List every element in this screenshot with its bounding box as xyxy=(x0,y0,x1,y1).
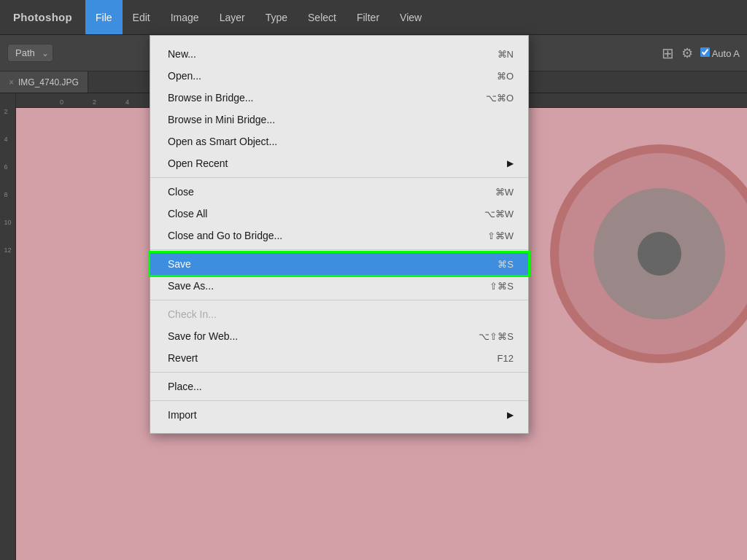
gear-icon[interactable]: ⚙ xyxy=(681,45,693,61)
menu-item-close[interactable]: Close ⌘W xyxy=(150,181,528,203)
menu-group-2: Close ⌘W Close All ⌥⌘W Close and Go to B… xyxy=(150,178,528,250)
menu-item-browse-bridge-shortcut: ⌥⌘O xyxy=(486,93,514,104)
menu-group-1: New... ⌘N Open... ⌘O Browse in Bridge...… xyxy=(150,40,528,178)
layers-icon[interactable]: ⊞ xyxy=(662,44,674,62)
tab-filename: IMG_4740.JPG xyxy=(18,77,79,88)
menu-group-4: Check In... Save for Web... ⌥⇧⌘S Revert … xyxy=(150,300,528,373)
import-arrow-icon: ▶ xyxy=(507,410,514,420)
menu-item-open-label: Open... xyxy=(168,70,201,82)
menu-item-save-web[interactable]: Save for Web... ⌥⇧⌘S xyxy=(150,325,528,347)
menu-item-open-recent-label: Open Recent xyxy=(168,158,228,169)
file-dropdown-menu: New... ⌘N Open... ⌘O Browse in Bridge...… xyxy=(150,35,529,434)
menu-item-close-bridge-label: Close and Go to Bridge... xyxy=(168,230,282,241)
menu-item-revert-label: Revert xyxy=(168,352,198,364)
menu-item-open-shortcut: ⌘O xyxy=(497,71,514,82)
menu-item-new[interactable]: New... ⌘N xyxy=(150,43,528,65)
menu-items: File Edit Image Layer Type Select Filter… xyxy=(85,0,432,34)
save-wrapper: Save ⌘S xyxy=(150,253,528,275)
menu-item-close-bridge[interactable]: Close and Go to Bridge... ⇧⌘W xyxy=(150,225,528,246)
auto-label: Auto A xyxy=(700,47,740,59)
menu-item-check-in-label: Check In... xyxy=(168,308,217,320)
menu-item-revert[interactable]: Revert F12 xyxy=(150,347,528,369)
menu-item-open-recent[interactable]: Open Recent ▶ xyxy=(150,152,528,174)
path-dropdown[interactable]: Path xyxy=(7,44,53,62)
menu-item-place[interactable]: Place... xyxy=(150,376,528,397)
tab-close-icon[interactable]: × xyxy=(9,77,14,88)
app-name: Photoshop xyxy=(0,11,85,23)
menu-item-layer[interactable]: Layer xyxy=(209,0,255,34)
menu-item-image[interactable]: Image xyxy=(160,0,209,34)
menu-item-view[interactable]: View xyxy=(390,0,432,34)
menu-item-new-label: New... xyxy=(168,48,196,60)
menu-item-save-as-label: Save As... xyxy=(168,280,214,292)
menu-item-browse-bridge[interactable]: Browse in Bridge... ⌥⌘O xyxy=(150,87,528,109)
menu-item-close-label: Close xyxy=(168,186,194,198)
tab-img4740[interactable]: × IMG_4740.JPG xyxy=(0,71,88,93)
open-recent-arrow-icon: ▶ xyxy=(507,158,514,168)
menu-item-open[interactable]: Open... ⌘O xyxy=(150,65,528,87)
menu-item-new-shortcut: ⌘N xyxy=(498,49,514,60)
menu-item-save[interactable]: Save ⌘S xyxy=(150,253,528,275)
menu-item-filter[interactable]: Filter xyxy=(347,0,390,34)
menu-item-close-all-shortcut: ⌥⌘W xyxy=(484,209,514,219)
menu-item-save-as-shortcut: ⇧⌘S xyxy=(489,281,514,292)
menu-item-place-label: Place... xyxy=(168,381,202,392)
menu-group-5: Place... xyxy=(150,373,528,401)
path-dropdown-wrap[interactable]: Path xyxy=(7,44,53,62)
menu-item-close-all[interactable]: Close All ⌥⌘W xyxy=(150,203,528,225)
menu-item-import-label: Import xyxy=(168,409,197,421)
canvas-circle-dot xyxy=(638,232,681,276)
menu-item-browse-bridge-label: Browse in Bridge... xyxy=(168,92,254,104)
menu-item-type[interactable]: Type xyxy=(255,0,298,34)
menu-item-revert-shortcut: F12 xyxy=(498,353,514,364)
auto-checkbox[interactable] xyxy=(700,47,710,57)
ruler-left: 2 4 6 8 10 12 xyxy=(0,93,16,560)
toolbar-icons: ⊞ ⚙ Auto A xyxy=(662,44,740,62)
menu-item-browse-mini[interactable]: Browse in Mini Bridge... xyxy=(150,109,528,131)
menu-item-save-as[interactable]: Save As... ⇧⌘S xyxy=(150,275,528,297)
menu-item-file[interactable]: File xyxy=(85,0,123,34)
menu-item-open-smart[interactable]: Open as Smart Object... xyxy=(150,131,528,152)
menu-item-close-shortcut: ⌘W xyxy=(495,187,514,198)
menu-item-browse-mini-label: Browse in Mini Bridge... xyxy=(168,114,275,125)
menu-item-import[interactable]: Import ▶ xyxy=(150,404,528,426)
menu-item-open-smart-label: Open as Smart Object... xyxy=(168,136,277,147)
menubar: Photoshop File Edit Image Layer Type Sel… xyxy=(0,0,747,35)
menu-group-6: Import ▶ xyxy=(150,401,528,429)
menu-item-save-web-label: Save for Web... xyxy=(168,330,238,342)
menu-item-close-all-label: Close All xyxy=(168,208,207,219)
menu-item-save-label: Save xyxy=(168,258,191,270)
menu-item-edit[interactable]: Edit xyxy=(123,0,160,34)
menu-item-select[interactable]: Select xyxy=(298,0,347,34)
menu-item-save-web-shortcut: ⌥⇧⌘S xyxy=(479,331,514,342)
menu-group-3: Save ⌘S Save As... ⇧⌘S xyxy=(150,250,528,300)
ruler-v-numbers: 2 4 6 8 10 12 xyxy=(4,108,11,254)
menu-item-save-shortcut: ⌘S xyxy=(498,259,514,270)
menu-item-close-bridge-shortcut: ⇧⌘W xyxy=(487,230,514,241)
menu-item-check-in[interactable]: Check In... xyxy=(150,303,528,325)
